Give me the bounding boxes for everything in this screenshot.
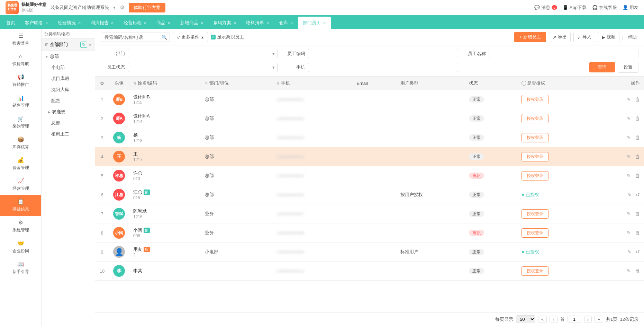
auth-login-button[interactable]: 授权登录	[521, 228, 548, 238]
delete-icon[interactable]: 🗑	[635, 154, 640, 159]
delete-icon[interactable]: 🗑	[635, 97, 640, 102]
employee-code: 1217	[133, 157, 197, 162]
sidebar-item-collab[interactable]: 🤝 企业协同	[0, 237, 41, 257]
auth-login-button[interactable]: 授权登录	[521, 266, 548, 276]
sidebar-item-system[interactable]: ⚙ 系统管理	[0, 216, 41, 237]
sidebar-item-finance[interactable]: 💰 资金管理	[0, 153, 41, 174]
delete-icon[interactable]: 🗑	[635, 116, 640, 121]
trial-button[interactable]: 体验行业方案	[129, 3, 165, 12]
reset-button[interactable]: 设置	[618, 62, 638, 73]
export-button[interactable]: ↗ 导出	[549, 32, 571, 42]
settings-icon[interactable]: ⚙	[120, 4, 125, 11]
edit-icon[interactable]: ✎	[627, 173, 631, 178]
employee-status-select[interactable]	[128, 63, 278, 72]
app-download-btn[interactable]: 📱 App下载	[563, 5, 587, 11]
restore-icon[interactable]: ↺	[636, 249, 640, 255]
import-button[interactable]: ↙ 导入	[573, 32, 595, 42]
tree-search-input[interactable]	[44, 32, 95, 36]
brand: 畅捷通 好生意 畅捷通好生意 标准版	[6, 1, 46, 14]
auth-login-button[interactable]: 授权登录	[521, 152, 548, 161]
dept-select[interactable]	[128, 49, 278, 58]
sidebar-item-guide[interactable]: 📖 新手引导	[0, 257, 41, 278]
online-service-btn[interactable]: 🎧 在线客服	[592, 5, 617, 11]
edit-icon[interactable]: ✎	[627, 135, 631, 140]
edit-icon[interactable]: ✎	[627, 97, 631, 102]
first-page-button[interactable]: «	[538, 316, 547, 323]
sidebar-item-basic[interactable]: 📋 基础信息	[0, 195, 41, 216]
tab-goods[interactable]: 商品 ✕	[152, 17, 175, 29]
edit-icon[interactable]: ✎	[627, 230, 631, 236]
auth-login-button[interactable]: 授权登录	[521, 133, 548, 142]
video-button[interactable]: ▶ 视频	[598, 32, 619, 42]
auth-login-button[interactable]: 授权登录	[521, 95, 548, 104]
sidebar-item-nav[interactable]: ⌂ 快捷导航	[0, 50, 41, 70]
edit-dept-icon[interactable]: ✎	[80, 42, 87, 48]
auth-login-button[interactable]: 授权登录	[521, 209, 548, 219]
auth-login-button[interactable]: 授权登录	[521, 114, 548, 123]
sidebar-item-sales[interactable]: 📊 销售管理	[0, 91, 41, 112]
tab-home[interactable]: 首页	[1, 17, 20, 29]
sidebar-item-inventory[interactable]: 📦 库存核算	[0, 133, 41, 153]
add-employee-button[interactable]: + 新增员工	[514, 32, 546, 42]
col-dept[interactable]: ⇅ 部门/职位	[201, 77, 272, 90]
sidebar-item-search[interactable]: ☰ 搜索菜单	[0, 29, 41, 50]
next-page-button[interactable]: ›	[584, 316, 592, 323]
query-button[interactable]: 查询	[589, 62, 615, 72]
page-number-input[interactable]	[568, 316, 581, 323]
user-btn[interactable]: 👤 用友	[623, 5, 638, 11]
delete-icon[interactable]: 🗑	[635, 135, 640, 140]
tab-warehouse[interactable]: 仓库 ✕	[274, 17, 298, 29]
edit-icon[interactable]: ✎	[627, 154, 631, 159]
tree-node-zhishu[interactable]: 植树王二	[42, 129, 95, 140]
employee-name-input[interactable]	[489, 49, 638, 58]
sidebar-item-marketing[interactable]: 📢 营销推广	[0, 70, 41, 91]
table-settings-icon[interactable]: ⚙	[100, 81, 104, 86]
tree-node-general[interactable]: ▼ 总部	[42, 51, 95, 62]
edit-icon[interactable]: ✎	[627, 211, 631, 217]
tab-operation[interactable]: 经营情况 ✕	[53, 17, 86, 29]
edit-icon[interactable]: ✎	[627, 249, 632, 255]
delete-icon[interactable]: 🗑	[635, 268, 640, 274]
tab-profit[interactable]: 利润报告 ✕	[86, 17, 119, 29]
message-btn[interactable]: 💬 消息 5	[534, 5, 557, 11]
delete-icon[interactable]: 🗑	[635, 173, 640, 178]
auth-login-button[interactable]: 授权登录	[521, 171, 548, 180]
edit-icon[interactable]: ✎	[627, 268, 631, 274]
prev-page-button[interactable]: ‹	[550, 316, 557, 323]
more-filter-button[interactable]: ▽ 更多条件 ▲	[173, 32, 208, 42]
collapse-icon[interactable]: «	[89, 42, 91, 48]
restore-icon[interactable]: ↺	[636, 192, 640, 197]
edit-icon[interactable]: ✎	[627, 116, 631, 121]
tab-barcode[interactable]: 条码方案 ✕	[208, 17, 241, 29]
tab-new-goods[interactable]: 新增商品 ✕	[175, 17, 208, 29]
all-dept-label[interactable]: 全部部门	[50, 42, 68, 48]
show-resigned-checkbox[interactable]: ✓ 显示离职员工	[211, 34, 244, 40]
tab-material[interactable]: 物料清单 ✕	[241, 17, 274, 29]
employee-code-input[interactable]	[308, 49, 458, 58]
search-icon[interactable]: 🔍	[162, 35, 167, 40]
page-size-select[interactable]: 50 100	[516, 315, 535, 323]
delete-icon[interactable]: 🗑	[635, 230, 640, 236]
phone-input[interactable]	[308, 63, 458, 72]
help-button[interactable]: 帮助	[626, 32, 638, 42]
tree-node-headquarters[interactable]: 总部	[42, 117, 95, 129]
sidebar-item-operation[interactable]: 📈 经营管理	[0, 174, 41, 195]
sidebar-item-purchase[interactable]: 🛒 采购管理	[0, 112, 41, 133]
tree-node-shuanglu[interactable]: ▶ 双鹿想	[42, 106, 95, 117]
avatar: 师A	[113, 113, 125, 124]
col-name[interactable]: ⇅ 姓名/编码	[129, 77, 201, 90]
edit-icon[interactable]: ✎	[627, 192, 632, 197]
tab-customer[interactable]: 客户联络 ✕	[20, 17, 53, 29]
expand-arrow-icon: ▼	[45, 55, 48, 59]
delete-icon[interactable]: 🗑	[635, 211, 640, 217]
search-input[interactable]	[101, 33, 170, 42]
last-page-button[interactable]: »	[595, 316, 603, 323]
col-phone[interactable]: ⇅ 手机	[272, 77, 352, 90]
tree-node-project[interactable]: 项目库房	[42, 73, 95, 84]
tree-node-small-elec[interactable]: 小电部	[42, 62, 95, 73]
tab-employees[interactable]: 部门员工 ✕	[298, 17, 331, 29]
dropdown-icon[interactable]: ▾	[113, 5, 116, 10]
tree-node-delivery[interactable]: 配货	[42, 95, 95, 106]
tree-node-shenyang[interactable]: 沈阳大库	[42, 84, 95, 95]
tab-history[interactable]: 经营历程 ✕	[119, 17, 152, 29]
